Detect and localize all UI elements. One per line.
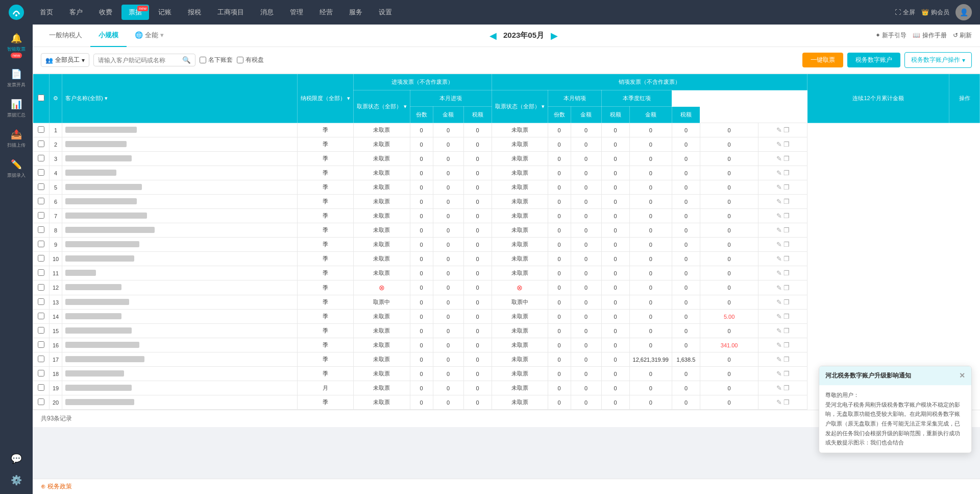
- copy-icon[interactable]: ❐: [783, 212, 790, 220]
- copy-icon[interactable]: ❐: [783, 226, 790, 234]
- copy-icon[interactable]: ❐: [783, 155, 790, 162]
- row-checkbox[interactable]: [38, 169, 44, 176]
- th-client-name[interactable]: 客户名称(全部) ▾: [62, 74, 298, 123]
- edit-icon[interactable]: ✎: [776, 140, 782, 148]
- copy-icon[interactable]: ❐: [783, 140, 790, 148]
- one-click-ticket-btn[interactable]: 一键取票: [802, 53, 843, 67]
- nav-tax[interactable]: 报税: [181, 5, 208, 20]
- edit-icon[interactable]: ✎: [776, 327, 782, 335]
- row-checkbox[interactable]: [38, 126, 44, 133]
- edit-icon[interactable]: ✎: [776, 212, 782, 220]
- checkbox-tax-label[interactable]: 有税盘: [237, 56, 264, 64]
- edit-icon[interactable]: ✎: [776, 155, 782, 162]
- nav-business[interactable]: 工商项目: [210, 5, 251, 20]
- copy-icon[interactable]: ❐: [783, 183, 790, 191]
- new-guide-btn[interactable]: ✦ 新手引导: [875, 31, 906, 40]
- row-checkbox[interactable]: [38, 140, 44, 147]
- copy-icon[interactable]: ❐: [783, 384, 790, 392]
- edit-icon[interactable]: ✎: [776, 255, 782, 263]
- edit-icon[interactable]: ✎: [776, 341, 782, 349]
- copy-icon[interactable]: ❐: [783, 255, 790, 263]
- row-checkbox[interactable]: [38, 183, 44, 190]
- nav-home[interactable]: 首页: [33, 5, 60, 20]
- copy-icon[interactable]: ❐: [783, 269, 790, 277]
- copy-icon[interactable]: ❐: [783, 313, 790, 320]
- copy-icon[interactable]: ❐: [783, 341, 790, 349]
- th-in-status[interactable]: 取票状态（全部） ▾: [354, 90, 410, 123]
- sidebar-item-smart-ticket[interactable]: 🔔 智能取票 new: [2, 29, 31, 62]
- row-checkbox[interactable]: [38, 155, 44, 161]
- edit-icon[interactable]: ✎: [776, 241, 782, 248]
- checkbox-account[interactable]: [200, 57, 206, 63]
- avatar[interactable]: 👤: [955, 4, 972, 20]
- copy-icon[interactable]: ❐: [783, 284, 790, 292]
- nav-settings[interactable]: 设置: [372, 5, 399, 20]
- employee-select[interactable]: 👥 全部员工 ▾: [41, 53, 89, 67]
- period-prev-btn[interactable]: ◀: [487, 30, 499, 42]
- copy-icon[interactable]: ❐: [783, 126, 790, 134]
- edit-icon[interactable]: ✎: [776, 356, 782, 363]
- row-checkbox[interactable]: [38, 370, 44, 377]
- row-checkbox[interactable]: [38, 198, 44, 204]
- row-checkbox[interactable]: [38, 384, 44, 391]
- copy-icon[interactable]: ❐: [783, 370, 790, 378]
- edit-icon[interactable]: ✎: [776, 226, 782, 234]
- nav-billing[interactable]: 收费: [92, 5, 119, 20]
- checkbox-tax[interactable]: [237, 57, 243, 63]
- edit-icon[interactable]: ✎: [776, 198, 782, 205]
- refresh-btn[interactable]: ↺ 刷新: [953, 31, 972, 40]
- edit-icon[interactable]: ✎: [776, 169, 782, 177]
- row-checkbox[interactable]: [38, 298, 44, 305]
- row-checkbox[interactable]: [38, 327, 44, 334]
- search-input[interactable]: [98, 57, 180, 64]
- notification-close-btn[interactable]: ✕: [959, 371, 965, 380]
- copy-icon[interactable]: ❐: [783, 241, 790, 248]
- manual-btn[interactable]: 📖 操作手册: [913, 31, 946, 40]
- tab-small-scale[interactable]: 小规模: [90, 25, 127, 47]
- copy-icon[interactable]: ❐: [783, 169, 790, 177]
- nav-manage[interactable]: 管理: [283, 5, 310, 20]
- edit-icon[interactable]: ✎: [776, 126, 782, 134]
- copy-icon[interactable]: ❐: [783, 198, 790, 205]
- nav-bookkeeping[interactable]: 记账: [151, 5, 179, 20]
- select-all-checkbox[interactable]: [38, 95, 44, 101]
- tab-all-ability[interactable]: 🌐 全能 ▾: [127, 25, 172, 47]
- nav-invoice[interactable]: 票据 new: [121, 5, 149, 20]
- sidebar-item-invoice-summary[interactable]: 📊 票据汇总: [2, 95, 31, 123]
- edit-icon[interactable]: ✎: [776, 183, 782, 191]
- edit-icon[interactable]: ✎: [776, 398, 782, 406]
- copy-icon[interactable]: ❐: [783, 298, 790, 306]
- row-checkbox[interactable]: [38, 255, 44, 262]
- nav-client[interactable]: 客户: [62, 5, 90, 20]
- copy-icon[interactable]: ❐: [783, 327, 790, 335]
- row-checkbox[interactable]: [38, 226, 44, 233]
- period-next-btn[interactable]: ▶: [548, 30, 560, 42]
- fullscreen-btn[interactable]: ⛶ 全屏: [895, 8, 915, 17]
- row-checkbox[interactable]: [38, 212, 44, 219]
- sidebar-item-chat[interactable]: 💬: [2, 449, 31, 468]
- nav-service[interactable]: 服务: [342, 5, 370, 20]
- checkbox-account-label[interactable]: 名下账套: [200, 56, 233, 64]
- th-quota[interactable]: 纳税限度（全部） ▾: [298, 74, 354, 123]
- edit-icon[interactable]: ✎: [776, 384, 782, 392]
- row-checkbox[interactable]: [38, 241, 44, 247]
- row-checkbox[interactable]: [38, 284, 44, 291]
- edit-icon[interactable]: ✎: [776, 370, 782, 378]
- search-btn[interactable]: 🔍: [182, 56, 191, 64]
- edit-icon[interactable]: ✎: [776, 313, 782, 320]
- edit-icon[interactable]: ✎: [776, 298, 782, 306]
- sidebar-item-invoice-entry[interactable]: ✏️ 票据录入: [2, 155, 31, 183]
- nav-message[interactable]: 消息: [253, 5, 281, 20]
- row-checkbox[interactable]: [38, 398, 44, 405]
- th-out-status[interactable]: 取票状态（全部） ▾: [492, 90, 548, 123]
- tab-general-taxpayer[interactable]: 一般纳税人: [41, 25, 90, 47]
- copy-icon[interactable]: ❐: [783, 356, 790, 363]
- row-checkbox[interactable]: [38, 341, 44, 348]
- digital-tax-account-btn[interactable]: 税务数字账户: [847, 53, 900, 67]
- sidebar-item-scan-upload[interactable]: 📤 扫描上传: [2, 125, 31, 153]
- digital-tax-ops-btn[interactable]: 税务数字账户操作 ▾: [904, 52, 972, 68]
- row-checkbox[interactable]: [38, 313, 44, 319]
- nav-operation[interactable]: 经营: [312, 5, 340, 20]
- row-checkbox[interactable]: [38, 356, 44, 362]
- sidebar-item-invoice-open[interactable]: 📄 发票开具: [2, 64, 31, 92]
